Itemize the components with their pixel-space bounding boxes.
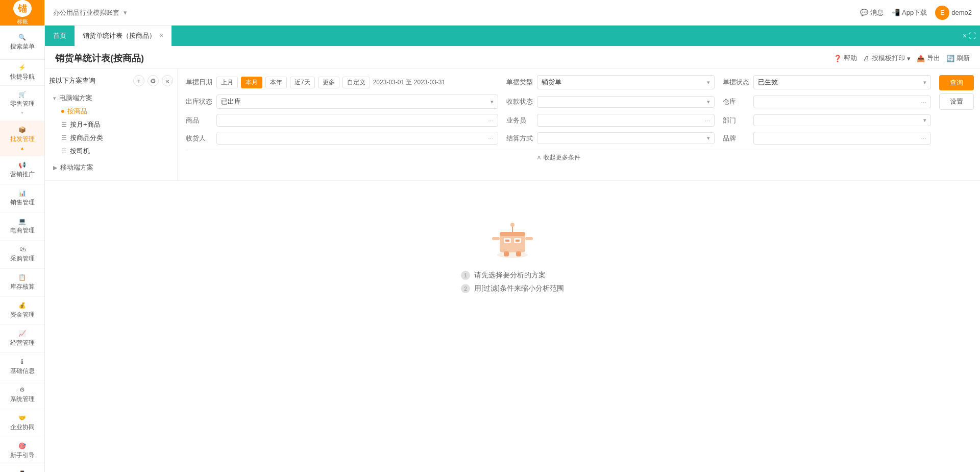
tab-home[interactable]: 首页: [45, 26, 75, 46]
date-btn-more[interactable]: 更多: [318, 77, 339, 88]
collect-status-select[interactable]: ▾: [537, 96, 715, 108]
tip-num-1: 1: [461, 271, 470, 280]
export-btn[interactable]: 📤 导出: [917, 54, 940, 63]
svg-point-8: [510, 223, 514, 227]
sidebar-item-corp-collab[interactable]: 🤝 企业协同: [0, 409, 44, 437]
date-btn-this-month[interactable]: 本月: [241, 77, 262, 88]
sidebar-item-inventory[interactable]: 📋 库存核算: [0, 269, 44, 297]
message-btn[interactable]: 💬 消息: [860, 8, 884, 17]
doc-type-select[interactable]: 销货单 ▾: [537, 75, 715, 89]
add-scheme-btn[interactable]: +: [133, 75, 144, 86]
left-panel-title: 按以下方案查询: [49, 76, 95, 85]
system-icon: ⚙: [19, 386, 25, 393]
sidebar-item-retail[interactable]: 🛒 零售管理 ▾: [0, 86, 44, 121]
logo[interactable]: 锚 标账: [0, 0, 44, 26]
quick-nav-btn[interactable]: ⚡ 快捷导航: [0, 60, 44, 86]
sidebar-item-finance[interactable]: 💰 资金管理: [0, 297, 44, 325]
list-icon-1: ☰: [61, 121, 67, 128]
date-range: 2023-03-01 至 2023-03-31: [373, 78, 445, 87]
out-status-arrow-icon: ▾: [491, 99, 494, 105]
sidebar-item-basics[interactable]: ℹ 基础信息: [0, 353, 44, 381]
settings-scheme-btn[interactable]: ⚙: [148, 75, 159, 86]
receiver-label: 收货人: [186, 134, 212, 143]
sidebar-item-purchase[interactable]: 🛍 采购管理: [0, 241, 44, 269]
setting-btn[interactable]: 设置: [939, 93, 974, 110]
query-btn[interactable]: 查询: [939, 75, 974, 90]
search-icon: 🔍: [18, 34, 26, 41]
left-panel-header: 按以下方案查询 + ⚙ «: [49, 75, 173, 86]
tree-item-by-goods-cat[interactable]: ☰ 按商品分类: [57, 131, 173, 145]
salesperson-input[interactable]: ···: [537, 114, 715, 127]
receiver-input[interactable]: ···: [216, 132, 498, 145]
filter-and-btns: 单据日期 上月 本月 本年 近7天 更多 自定义: [178, 69, 980, 180]
tree-group-pc[interactable]: ▾ 电脑端方案: [49, 91, 173, 105]
tab-actions: × ⛶: [963, 32, 980, 40]
empty-tip-2: 2 用[过滤]条件来缩小分析范围: [461, 284, 564, 293]
tree-item-by-goods[interactable]: 按商品: [57, 105, 173, 118]
ecommerce-icon: 💻: [18, 218, 26, 225]
salesperson-dots[interactable]: ···: [704, 116, 710, 124]
app-download-btn[interactable]: 📲 App下载: [892, 8, 927, 17]
collapse-panel-btn[interactable]: «: [162, 75, 173, 86]
tab-maximize-icon[interactable]: ⛶: [969, 32, 976, 40]
tab-sales-stat[interactable]: 销货单统计表（按商品） ×: [75, 26, 172, 46]
help-btn[interactable]: ❓ 帮助: [834, 54, 857, 63]
breadcrumb-arrow-icon[interactable]: ▾: [124, 9, 127, 16]
refresh-btn[interactable]: 🔄 刷新: [946, 54, 970, 63]
filter-row-4: 收货人 ··· 结算方式: [186, 132, 931, 145]
doc-type-control: 销货单 ▾: [537, 75, 715, 89]
date-filter: 单据日期 上月 本月 本年 近7天 更多 自定义: [186, 77, 498, 88]
doc-status-select[interactable]: 已生效 ▾: [753, 75, 931, 89]
sidebar-item-system[interactable]: ⚙ 系统管理: [0, 381, 44, 409]
department-control: ▾: [753, 114, 931, 126]
date-btn-7days[interactable]: 近7天: [290, 77, 315, 88]
date-btn-last-month[interactable]: 上月: [216, 77, 238, 88]
out-status-select[interactable]: 已出库 ▾: [216, 95, 498, 109]
sidebar-item-operations[interactable]: 📈 经营管理: [0, 325, 44, 353]
tree-item-by-driver[interactable]: ☰ 按司机: [57, 145, 173, 158]
goods-dots[interactable]: ···: [488, 116, 494, 124]
salesperson-label: 业务员: [506, 116, 533, 125]
purchase-icon: 🛍: [19, 246, 26, 253]
department-select[interactable]: ▾: [753, 114, 931, 126]
sidebar-item-sales[interactable]: 📊 销售管理: [0, 184, 44, 213]
sidebar-item-guide[interactable]: 🎯 新手引导: [0, 437, 44, 465]
payment-arrow-icon: ▾: [707, 135, 710, 141]
payment-select[interactable]: ▾: [537, 132, 715, 144]
sales-icon: 📊: [18, 190, 26, 197]
brand-input[interactable]: ···: [753, 132, 931, 145]
user-menu[interactable]: E demo2: [935, 6, 972, 20]
brand-dots[interactable]: ···: [921, 134, 926, 142]
mobile-group-label: 移动端方案: [60, 163, 93, 172]
date-btn-this-year[interactable]: 本年: [265, 77, 287, 88]
brand-control: ···: [753, 132, 931, 145]
page-actions: ❓ 帮助 🖨 按模板打印 ▾ 📤 导出 🔄 刷新: [834, 54, 970, 63]
warehouse-input[interactable]: ···: [753, 96, 931, 108]
sidebar-item-app-center[interactable]: 📱 应用中心: [0, 465, 44, 472]
left-panel: 按以下方案查询 + ⚙ « ▾ 电脑端方案 按商品: [45, 69, 178, 180]
tree-group-mobile[interactable]: ▶ 移动端方案: [49, 161, 173, 174]
print-btn[interactable]: 🖨 按模板打印 ▾: [863, 54, 911, 63]
top-header: 办公用品行业模拟账套 ▾ 💬 消息 📲 App下载 E demo2: [45, 0, 980, 26]
search-menu-btn[interactable]: 🔍 搜索菜单: [0, 30, 44, 55]
sidebar-item-marketing[interactable]: 📢 营销推广: [0, 156, 44, 184]
sidebar-search[interactable]: 🔍 搜索菜单: [0, 26, 44, 60]
sidebar-item-ecommerce[interactable]: 💻 电商管理: [0, 213, 44, 241]
warehouse-dots[interactable]: ···: [921, 98, 926, 106]
collect-status-arrow-icon: ▾: [707, 99, 710, 105]
goods-input[interactable]: ···: [216, 114, 498, 127]
right-section: 单据日期 上月 本月 本年 近7天 更多 自定义: [178, 69, 980, 180]
receiver-dots[interactable]: ···: [488, 134, 494, 142]
empty-tips: 1 请先选择要分析的方案 2 用[过滤]条件来缩小分析范围: [461, 271, 564, 293]
svg-rect-6: [516, 240, 520, 242]
tree-item-by-month-goods[interactable]: ☰ 按月+商品: [57, 118, 173, 131]
marketing-icon: 📢: [18, 161, 26, 169]
collect-status-control: ▾: [537, 96, 715, 108]
sidebar-item-wholesale[interactable]: 📦 批发管理 ▴: [0, 121, 44, 156]
collapse-filters-btn[interactable]: ∧ 收起更多条件: [186, 150, 931, 165]
date-btn-custom[interactable]: 自定义: [342, 77, 370, 88]
tab-close-icon[interactable]: ×: [160, 32, 163, 39]
doc-type-value: 销货单: [542, 78, 561, 87]
tab-minimize-icon[interactable]: ×: [963, 32, 967, 40]
list-icon-3: ☰: [61, 148, 67, 155]
